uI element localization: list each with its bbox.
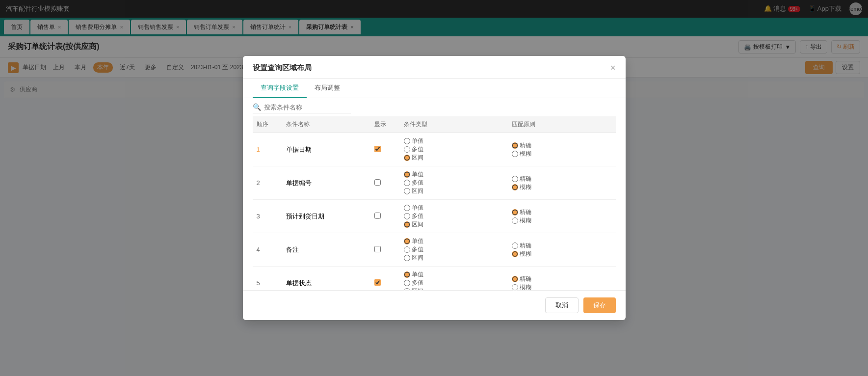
modal-dialog: 设置查询区域布局 × 查询字段设置 布局调整 🔍 顺序 条件名称 显示 条件类型…: [243, 56, 626, 102]
modal-header: 设置查询区域布局 ×: [243, 56, 626, 79]
modal-search-area: 🔍: [243, 98, 626, 102]
modal-tab-query-fields[interactable]: 查询字段设置: [253, 79, 307, 98]
modal-tabs: 查询字段设置 布局调整: [243, 79, 626, 98]
modal-close-button[interactable]: ×: [610, 63, 616, 73]
modal-tab-layout[interactable]: 布局调整: [307, 79, 348, 98]
modal-overlay: 设置查询区域布局 × 查询字段设置 布局调整 🔍 顺序 条件名称 显示 条件类型…: [0, 0, 868, 102]
modal-title: 设置查询区域布局: [253, 63, 312, 73]
